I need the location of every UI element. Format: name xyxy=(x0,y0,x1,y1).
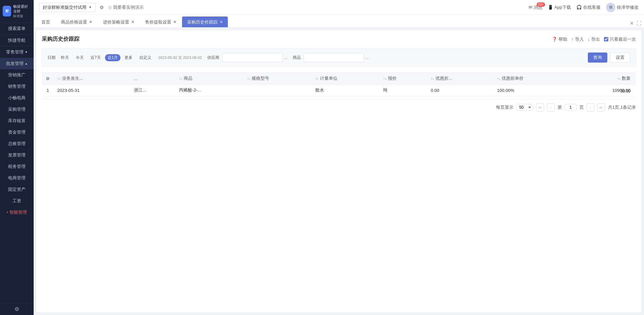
phone-icon: 📱 xyxy=(548,5,553,10)
message-btn[interactable]: ✉ 消息 99+ xyxy=(529,4,542,10)
service-btn[interactable]: 🎧 在线客服 xyxy=(576,4,601,10)
settings-icon[interactable]: ⚙ xyxy=(14,306,19,312)
sidebar-item-smart[interactable]: ●智能管理 xyxy=(0,207,34,218)
tab-history-price-close-icon[interactable]: ✕ xyxy=(220,20,223,24)
page-prefix-label: 第 xyxy=(558,104,562,110)
col-discount-pct[interactable]: ↑↓ 优惠折... xyxy=(427,73,494,84)
app-download-btn[interactable]: 📱 App下载 xyxy=(548,4,571,10)
sidebar-item-purchase[interactable]: 采购管理 xyxy=(0,104,34,115)
tab-purchase-strategy-close-icon[interactable]: ✕ xyxy=(131,20,134,24)
sort-discount-icon: ↑↓ xyxy=(431,77,434,80)
product-input[interactable] xyxy=(303,53,364,62)
next-page-btn[interactable]: › xyxy=(586,103,595,111)
page-suffix-label: 页 xyxy=(579,104,584,110)
minimize-icon[interactable]: ✕ xyxy=(630,21,634,26)
tab-sale-price-close-icon[interactable]: ✕ xyxy=(173,20,176,24)
col-biz-date[interactable]: ↑↓ 业务发生... xyxy=(54,73,131,84)
maximize-icon[interactable]: ⛶ xyxy=(637,21,641,26)
settings-btn[interactable]: 设置 xyxy=(610,53,630,63)
table-header-row: ⚙ ↑↓ 业务发生... ... ↑↓ 商品 ↑↓ 规格 xyxy=(42,73,636,84)
date-btn-yesterday[interactable]: 昨天 xyxy=(58,54,72,61)
topbar: 好业财标准版交付试用 ▼ ⚙ ◎ 我要看实例演示 ✉ 消息 99+ 📱 App下… xyxy=(34,0,644,15)
sidebar-item-retail[interactable]: 零售管理 ▼ xyxy=(0,46,34,58)
tab-price-close-icon[interactable]: ✕ xyxy=(89,20,92,24)
sidebar-search[interactable]: 搜索菜单 xyxy=(0,23,34,35)
user-btn[interactable]: 徐 徐泽华修改 xyxy=(606,3,639,12)
topbar-settings-icon[interactable]: ⚙ xyxy=(100,5,104,10)
tab-history-price[interactable]: 采购历史价跟踪 ✕ xyxy=(182,16,228,27)
question-icon: ❓ xyxy=(552,37,557,42)
tab-sale-price-label: 售价提取设置 xyxy=(145,19,171,25)
avatar: 徐 xyxy=(606,3,615,12)
product-input-group: ... xyxy=(303,53,369,62)
total-info-label: 共1页,1条记录 xyxy=(608,104,636,110)
sidebar-logo-text: 畅捷通好业财 标准版 xyxy=(13,4,31,19)
sidebar-item-salary[interactable]: 工资 xyxy=(0,195,34,207)
date-btn-today[interactable]: 今天 xyxy=(73,54,86,61)
sort-product-icon: ↑↓ xyxy=(179,77,182,80)
col-more-icon: ... xyxy=(134,76,138,81)
sidebar-quicknav[interactable]: 快捷导航 xyxy=(0,35,34,46)
col-price[interactable]: ↑↓ 报价 xyxy=(380,73,427,84)
headset-icon: 🎧 xyxy=(576,5,582,10)
tab-price[interactable]: 商品价格设置 ✕ xyxy=(56,16,97,27)
sidebar-item-sales[interactable]: 销售管理 xyxy=(0,81,34,92)
supplier-filter-label: 供应商 xyxy=(207,55,219,61)
sidebar-item-wholesale[interactable]: 批发管理 ▲ xyxy=(0,58,34,69)
page-actions: ❓ 帮助 ↑ 导入 ↓ 导出 只看最后一次 xyxy=(552,36,636,42)
sidebar-item-assets[interactable]: 固定资产 xyxy=(0,184,34,195)
col-qty[interactable]: ↑↓ 数量 xyxy=(572,73,636,84)
date-range-display: 2023-05-02 至 2023-06-02 xyxy=(158,55,202,60)
tab-purchase-strategy-label: 进价策略设置 xyxy=(103,19,129,25)
only-last-toggle[interactable]: 只看最后一次 xyxy=(604,36,636,42)
first-page-btn[interactable]: ⏮ xyxy=(536,103,544,111)
col-product[interactable]: ↑↓ 商品 xyxy=(176,73,244,84)
col-unit[interactable]: ↑↓ 计量单位 xyxy=(312,73,380,84)
page-number-input[interactable] xyxy=(565,104,577,111)
date-filter: 日期 昨天 今天 近7天 近1月 更多 自定义 2023-05-02 至 202… xyxy=(47,54,202,61)
tab-home[interactable]: 首页 xyxy=(36,16,55,27)
main-area: 好业财标准版交付试用 ▼ ⚙ ◎ 我要看实例演示 ✉ 消息 99+ 📱 App下… xyxy=(34,0,644,315)
tab-sale-price[interactable]: 售价提取设置 ✕ xyxy=(140,16,181,27)
sidebar-item-finance[interactable]: 资金管理 xyxy=(0,127,34,138)
import-btn[interactable]: ↑ 导入 xyxy=(571,36,584,42)
col-more[interactable]: ... xyxy=(131,73,176,84)
sidebar-item-tax[interactable]: 税务管理 xyxy=(0,161,34,172)
only-last-checkbox[interactable] xyxy=(604,37,608,41)
play-icon: ◎ xyxy=(108,5,112,10)
sort-asc-icon: ↑↓ xyxy=(57,77,61,80)
col-gear[interactable]: ⚙ xyxy=(42,73,54,84)
supplier-input[interactable] xyxy=(222,53,283,62)
col-spec[interactable]: ↑↓ 规格型号 xyxy=(244,73,312,84)
sort-qty-icon: ↑↓ xyxy=(617,77,620,80)
help-btn[interactable]: ❓ 帮助 xyxy=(552,36,567,42)
date-btn-custom[interactable]: 自定义 xyxy=(137,54,154,61)
sort-before-discount-icon: ↑↓ xyxy=(497,77,500,80)
prev-page-btn[interactable]: ‹ xyxy=(547,103,555,111)
per-page-label: 每页显示 xyxy=(496,104,513,110)
product-more-btn[interactable]: ... xyxy=(365,55,369,60)
query-btn[interactable]: 查询 xyxy=(588,53,607,63)
version-label: 好业财标准版交付试用 xyxy=(43,4,86,10)
tab-purchase-strategy[interactable]: 进价策略设置 ✕ xyxy=(98,16,139,27)
supplier-filter: 供应商 ... xyxy=(207,53,287,62)
sidebar-item-ecommerce[interactable]: 电商管理 xyxy=(0,172,34,184)
page-header: 采购历史价跟踪 ❓ 帮助 ↑ 导入 ↓ 导出 只看最后一次 xyxy=(42,36,636,43)
sidebar-item-ecommerce-mini[interactable]: 小畅电商 xyxy=(0,92,34,104)
per-page-select[interactable]: 20 50 100 xyxy=(516,104,533,111)
sidebar-item-marketing[interactable]: 营销推广 xyxy=(0,69,34,81)
demo-link[interactable]: ◎ 我要看实例演示 xyxy=(108,4,144,10)
sidebar-item-inventory[interactable]: 库存核算 xyxy=(0,115,34,127)
last-page-btn[interactable]: ⏭ xyxy=(597,103,605,111)
date-btn-7days[interactable]: 近7天 xyxy=(88,54,104,61)
date-btn-more[interactable]: 更多 xyxy=(122,54,135,61)
import-icon: ↑ xyxy=(571,37,574,42)
message-badge: 99+ xyxy=(537,2,545,7)
date-btn-1month[interactable]: 近1月 xyxy=(105,54,121,61)
supplier-more-btn[interactable]: ... xyxy=(284,55,287,60)
export-btn[interactable]: ↓ 导出 xyxy=(588,36,600,42)
version-selector[interactable]: 好业财标准版交付试用 ▼ xyxy=(39,3,96,12)
col-before-discount[interactable]: ↑↓ 优惠前单价 xyxy=(494,73,572,84)
sidebar-item-ledger[interactable]: 总账管理 xyxy=(0,138,34,149)
sidebar-item-invoice[interactable]: 发票管理 xyxy=(0,149,34,161)
